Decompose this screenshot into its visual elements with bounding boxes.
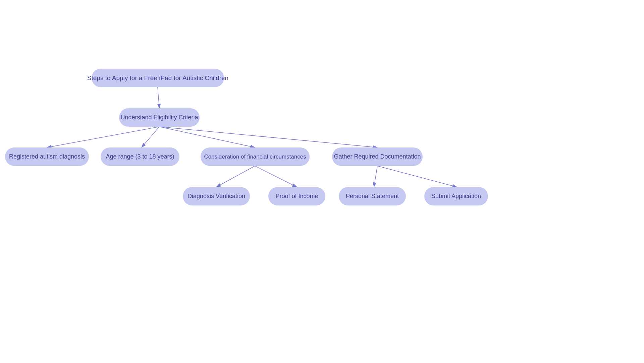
diagram-container: Steps to Apply for a Free iPad for Autis… xyxy=(0,0,644,363)
connections-svg xyxy=(0,0,644,363)
submit-node: Submit Application xyxy=(424,187,488,205)
diagnosis-node: Diagnosis Verification xyxy=(183,187,250,205)
svg-line-2 xyxy=(47,127,159,147)
svg-line-9 xyxy=(377,166,457,187)
autism-node: Registered autism diagnosis xyxy=(5,147,89,166)
svg-line-1 xyxy=(158,87,159,108)
income-node: Proof of Income xyxy=(268,187,325,205)
svg-line-5 xyxy=(159,127,377,147)
svg-line-6 xyxy=(216,166,255,187)
svg-line-7 xyxy=(255,166,297,187)
financial-node: Consideration of financial circumstances xyxy=(201,147,310,166)
svg-line-4 xyxy=(159,127,255,147)
eligibility-node: Understand Eligibility Criteria xyxy=(119,108,200,127)
root-node: Steps to Apply for a Free iPad for Autis… xyxy=(92,69,224,87)
svg-line-8 xyxy=(374,166,377,187)
svg-line-3 xyxy=(142,127,159,147)
gather-node: Gather Required Documentation xyxy=(332,147,423,166)
age-node: Age range (3 to 18 years) xyxy=(101,147,179,166)
statement-node: Personal Statement xyxy=(339,187,406,205)
